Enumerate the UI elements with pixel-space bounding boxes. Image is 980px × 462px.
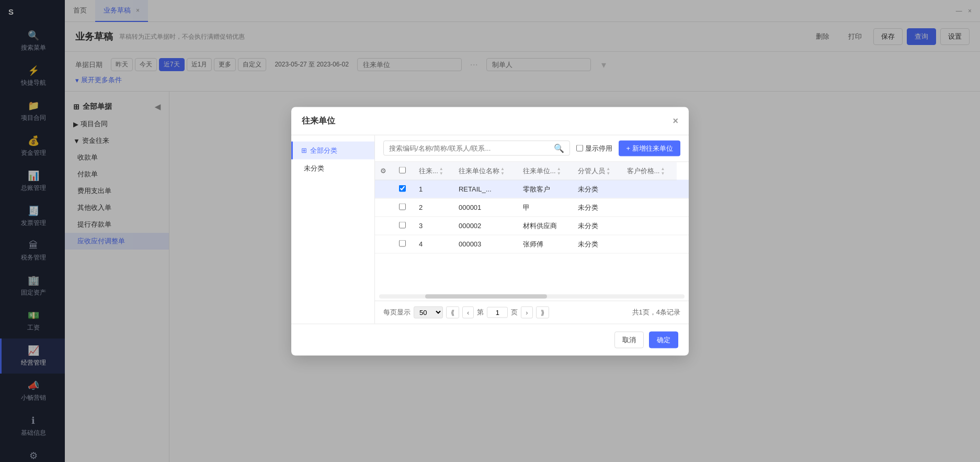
search-icon2: 🔍: [554, 143, 564, 153]
row4-name: 张师傅: [518, 235, 573, 253]
modal-sidebar-unclassified-label: 未分类: [304, 163, 324, 173]
table-row[interactable]: 1 RETAIL_... 零散客户 未分类: [375, 180, 689, 198]
modal-sidebar-all[interactable]: ⊞ 全部分类: [291, 141, 374, 159]
total-info: 共1页，4条记录: [632, 308, 680, 317]
horizontal-scrollbar[interactable]: [379, 294, 685, 298]
row4-category: 未分类: [573, 235, 621, 253]
grid-icon2: ⊞: [301, 147, 307, 154]
row2-settings: [375, 198, 394, 217]
table-row[interactable]: 4 000003 张师傅 未分类: [375, 235, 689, 253]
per-page-label: 每页显示: [383, 308, 411, 317]
col-code[interactable]: 往来... ▲▼: [414, 162, 453, 180]
row1-code: RETAIL_...: [453, 180, 518, 198]
row3-name: 材料供应商: [518, 217, 573, 235]
row1-checkbox[interactable]: [394, 180, 414, 198]
table-row[interactable]: 3 000002 材料供应商 未分类: [375, 217, 689, 235]
modal-sidebar-all-label: 全部分类: [310, 145, 337, 155]
row3-price: [677, 217, 689, 235]
row1-manager: [622, 180, 677, 198]
new-partner-label: 新增往来单位: [632, 143, 673, 153]
modal-content: 🔍 显示停用 + 新增往来单位 ⚙: [375, 135, 689, 323]
row4-manager: [622, 235, 677, 253]
modal-header: 往来单位 ×: [291, 107, 689, 135]
row1-price: [677, 180, 689, 198]
row3-num: 3: [414, 217, 453, 235]
row2-price: [677, 198, 689, 217]
table-row[interactable]: 2 000001 甲 未分类: [375, 198, 689, 217]
page-last-button[interactable]: ⟫: [536, 306, 549, 318]
row1-category: 未分类: [573, 180, 621, 198]
modal-sidebar: ⊞ 全部分类 未分类: [291, 135, 375, 323]
col-name[interactable]: 往来单位名称 ▲▼: [453, 162, 518, 180]
modal-title: 往来单位: [302, 115, 335, 126]
col-category[interactable]: 往来单位... ▲▼: [518, 162, 573, 180]
show-disabled-label: 显示停用: [585, 143, 612, 153]
row3-manager: [622, 217, 677, 235]
col-name-sort[interactable]: 往来单位名称 ▲▼: [459, 166, 505, 175]
page-label-prefix: 第: [477, 308, 484, 317]
modal-table: ⚙ 往来... ▲▼ 往来单位名称: [375, 162, 689, 292]
page-number-input[interactable]: [487, 307, 508, 318]
col-price[interactable]: 客户价格... ▲▼: [622, 162, 677, 180]
modal-actions: 取消 确定: [291, 323, 689, 355]
modal-sidebar-unclassified[interactable]: 未分类: [291, 159, 374, 177]
per-page-select[interactable]: 50 100: [414, 306, 443, 318]
row1-name: 零散客户: [518, 180, 573, 198]
modal-close-button[interactable]: ×: [673, 115, 678, 126]
page-prev-button[interactable]: ‹: [462, 306, 474, 318]
plus-icon: +: [626, 144, 630, 152]
modal-body: ⊞ 全部分类 未分类 🔍 显示停用 + 新增往来单: [291, 135, 689, 323]
page-label-suffix: 页: [511, 308, 518, 317]
row3-code: 000002: [453, 217, 518, 235]
row4-checkbox[interactable]: [394, 235, 414, 253]
col-manager[interactable]: 分管人员 ▲▼: [573, 162, 621, 180]
row3-category: 未分类: [573, 217, 621, 235]
page-first-button[interactable]: ⟪: [446, 306, 459, 318]
row4-price: [677, 235, 689, 253]
row2-checkbox[interactable]: [394, 198, 414, 217]
row2-category: 未分类: [573, 198, 621, 217]
page-next-button[interactable]: ›: [521, 306, 532, 318]
row2-code: 000001: [453, 198, 518, 217]
settings-icon: ⚙: [380, 167, 386, 175]
modal-toolbar: 🔍 显示停用 + 新增往来单位: [375, 135, 689, 162]
confirm-button[interactable]: 确定: [649, 331, 678, 348]
row2-num: 2: [414, 198, 453, 217]
select-all-checkbox[interactable]: [399, 166, 406, 173]
show-disabled-checkbox[interactable]: 显示停用: [576, 143, 612, 153]
modal-footer: 每页显示 50 100 ⟪ ‹ 第 页 › ⟫ 共1页，4条记录: [375, 300, 689, 323]
scrollbar-thumb[interactable]: [425, 294, 548, 298]
row3-checkbox[interactable]: [394, 217, 414, 235]
modal-search-input[interactable]: [389, 144, 551, 152]
row4-num: 4: [414, 235, 453, 253]
col-price-sort[interactable]: 客户价格... ▲▼: [627, 166, 665, 175]
col-category-sort[interactable]: 往来单位... ▲▼: [523, 166, 561, 175]
row3-settings: [375, 217, 394, 235]
new-partner-button[interactable]: + 新增往来单位: [619, 140, 680, 156]
col-checkbox[interactable]: [394, 162, 414, 180]
show-disabled-input[interactable]: [576, 145, 583, 152]
partner-modal: 往来单位 × ⊞ 全部分类 未分类 🔍 显示停用: [291, 107, 689, 355]
col-settings[interactable]: ⚙: [375, 162, 394, 180]
row1-num: 1: [414, 180, 453, 198]
cancel-button[interactable]: 取消: [614, 331, 644, 348]
row4-code: 000003: [453, 235, 518, 253]
row2-manager: [622, 198, 677, 217]
row1-settings: [375, 180, 394, 198]
row2-name: 甲: [518, 198, 573, 217]
pagination: 每页显示 50 100 ⟪ ‹ 第 页 › ⟫: [383, 306, 549, 318]
col-code-sort[interactable]: 往来... ▲▼: [419, 166, 443, 175]
search-box: 🔍: [383, 141, 570, 156]
col-manager-sort[interactable]: 分管人员 ▲▼: [578, 166, 610, 175]
row4-settings: [375, 235, 394, 253]
